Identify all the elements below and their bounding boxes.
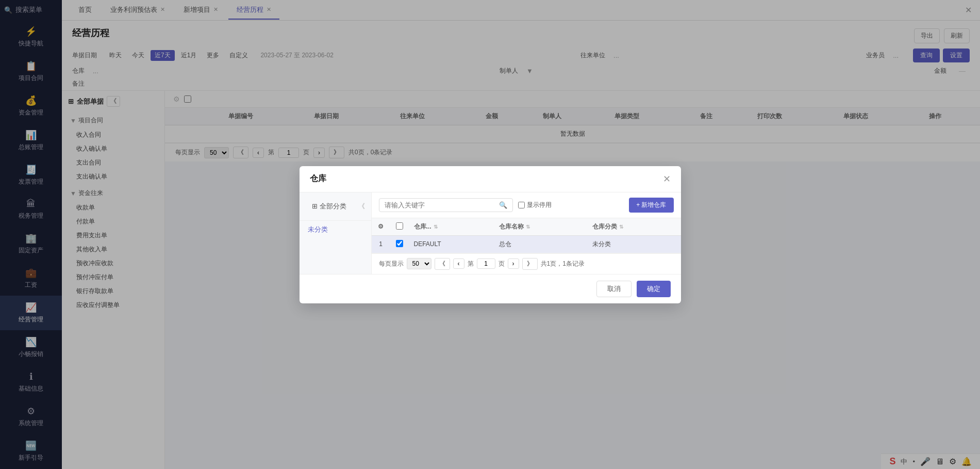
sort-icon-code: ⇅ — [434, 224, 438, 230]
modal-page-size-label: 每页显示 — [379, 260, 404, 268]
th-category: 仓库分类 ⇅ — [587, 218, 680, 236]
modal-content-area: 🔍 显示停用 + 新增仓库 ⚙ — [372, 192, 681, 274]
th-code: 仓库... ⇅ — [409, 218, 494, 236]
modal-total-info: 共1页，1条记录 — [541, 260, 585, 268]
modal-title: 仓库 — [310, 173, 326, 184]
modal-sidebar-item-未分类[interactable]: 未分类 — [300, 221, 371, 238]
modal-overlay: 仓库 ✕ ⊞ 全部分类 《 未分类 — [0, 0, 980, 469]
modal-body: ⊞ 全部分类 《 未分类 🔍 显示停用 — [300, 192, 681, 274]
show-disabled-label[interactable]: 显示停用 — [518, 201, 552, 209]
search-icon-modal: 🔍 — [499, 201, 507, 209]
modal-page-size-select[interactable]: 50 — [407, 258, 431, 269]
modal-pagination: 每页显示 50 《 ‹ 第 页 › 》 共1页，1条记录 — [372, 253, 681, 274]
add-warehouse-button[interactable]: + 新增仓库 — [629, 198, 673, 213]
modal-page-unit: 页 — [499, 260, 505, 268]
show-disabled-checkbox[interactable] — [518, 202, 525, 208]
modal-table-wrap: ⚙ 仓库... ⇅ — [372, 218, 681, 253]
modal-toolbar: 🔍 显示停用 + 新增仓库 — [372, 192, 681, 218]
modal-footer: 取消 确定 — [300, 274, 681, 303]
th-name: 仓库名称 ⇅ — [494, 218, 587, 236]
modal-header: 仓库 ✕ — [300, 166, 681, 192]
warehouse-modal: 仓库 ✕ ⊞ 全部分类 《 未分类 — [300, 166, 681, 303]
modal-sidebar: ⊞ 全部分类 《 未分类 — [300, 192, 372, 274]
cancel-button[interactable]: 取消 — [596, 281, 632, 297]
th-settings: ⚙ — [372, 218, 390, 236]
th-checkbox — [390, 218, 409, 236]
modal-td-name: 总仓 — [494, 235, 587, 253]
confirm-button[interactable]: 确定 — [637, 281, 671, 297]
modal-sidebar-header: ⊞ 全部分类 — [306, 197, 353, 216]
modal-sidebar-title: 全部分类 — [320, 202, 346, 211]
modal-last-page[interactable]: 》 — [522, 258, 538, 270]
modal-page-label: 第 — [468, 260, 474, 268]
modal-prev-page[interactable]: ‹ — [453, 258, 464, 269]
settings-icon-modal[interactable]: ⚙ — [378, 223, 384, 230]
modal-td-seq: 1 — [372, 235, 390, 253]
modal-td-checkbox[interactable] — [390, 235, 409, 253]
show-disabled-text: 显示停用 — [527, 201, 552, 209]
sort-icon-category: ⇅ — [619, 224, 623, 230]
modal-select-all[interactable] — [396, 222, 403, 230]
modal-next-page[interactable]: › — [508, 258, 519, 269]
modal-td-code: DEFAULT — [409, 235, 494, 253]
modal-close-button[interactable]: ✕ — [663, 173, 671, 185]
modal-table-row[interactable]: 1 DEFAULT 总仓 未分类 — [372, 235, 681, 253]
modal-sidebar-collapse[interactable]: 《 — [358, 202, 365, 211]
modal-search-input[interactable] — [385, 201, 496, 209]
modal-td-category: 未分类 — [587, 235, 680, 253]
modal-search-box[interactable]: 🔍 — [379, 198, 513, 212]
modal-table: ⚙ 仓库... ⇅ — [372, 218, 681, 253]
sort-icon-name: ⇅ — [526, 224, 530, 230]
modal-table-header: ⚙ 仓库... ⇅ — [372, 218, 681, 236]
modal-page-input[interactable] — [477, 258, 495, 269]
row-checkbox[interactable] — [396, 240, 403, 247]
grid-icon-modal: ⊞ — [312, 202, 318, 210]
modal-first-page[interactable]: 《 — [435, 258, 450, 270]
